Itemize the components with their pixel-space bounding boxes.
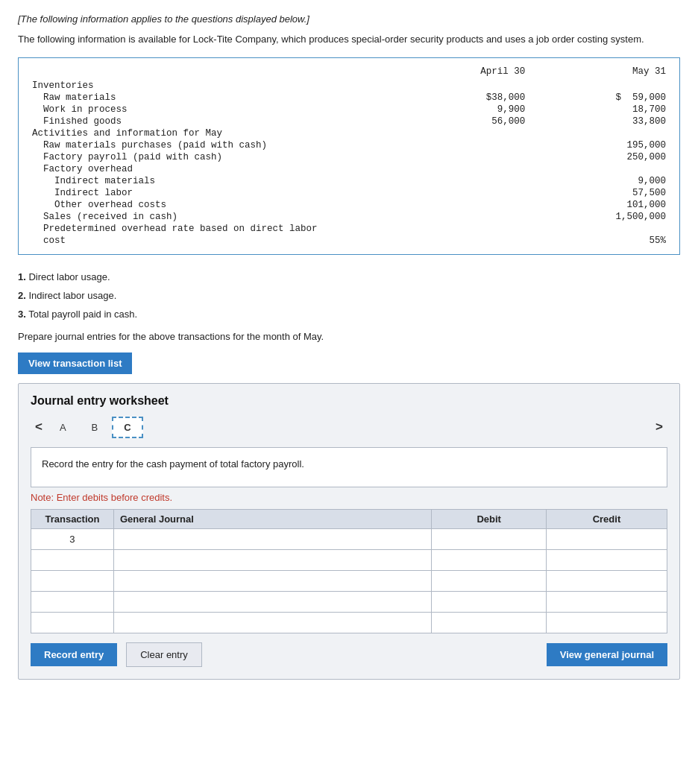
table-row (31, 612, 667, 633)
col-apr-header: April 30 (387, 66, 528, 80)
table-row (31, 591, 667, 612)
col-header-transaction: Transaction (31, 509, 114, 528)
general-journal-field-5[interactable] (114, 613, 432, 633)
debit-field-1[interactable] (432, 529, 546, 549)
table-row: Sales (received in cash) 1,500,000 (29, 211, 669, 223)
table-row: Factory overhead (29, 163, 669, 175)
table-row: cost 55% (29, 235, 669, 247)
clear-entry-button[interactable]: Clear entry (126, 642, 202, 667)
debit-field-5[interactable] (432, 613, 546, 633)
table-row: Predetermined overhead rate based on dir… (29, 223, 669, 235)
table-row: Factory payroll (paid with cash) 250,000 (29, 151, 669, 163)
general-journal-field-3[interactable] (114, 571, 432, 591)
debit-field-2[interactable] (432, 550, 546, 570)
general-journal-input-4[interactable] (113, 591, 432, 612)
credit-input-4[interactable] (546, 591, 667, 612)
credit-field-4[interactable] (547, 592, 667, 612)
general-journal-field-4[interactable] (114, 592, 432, 612)
debit-input-2[interactable] (432, 549, 547, 570)
info-table: April 30 May 31 Inventories Raw material… (29, 66, 669, 247)
tab-next-button[interactable]: > (651, 418, 667, 436)
general-journal-input-2[interactable] (113, 549, 432, 570)
transaction-number-1: 3 (31, 528, 114, 549)
bottom-buttons: Record entry Clear entry View general jo… (31, 642, 667, 667)
credit-input-2[interactable] (546, 549, 667, 570)
table-row: Other overhead costs 101,000 (29, 199, 669, 211)
general-journal-input-1[interactable] (113, 528, 432, 549)
journal-table: Transaction General Journal Debit Credit… (31, 509, 667, 633)
table-row: Inventories (29, 80, 669, 92)
credit-input-1[interactable] (546, 528, 667, 549)
col-header-debit: Debit (432, 509, 547, 528)
general-journal-field-2[interactable] (114, 550, 432, 570)
credit-field-3[interactable] (547, 571, 667, 591)
credit-input-3[interactable] (546, 570, 667, 591)
transaction-number-2 (31, 549, 114, 570)
journal-description: Record the entry for the cash payment of… (31, 447, 667, 487)
table-row: Indirect labor 57,500 (29, 187, 669, 199)
intro-description: The following information is available f… (18, 32, 680, 47)
debit-input-3[interactable] (432, 570, 547, 591)
question-3: 3. Total payroll paid in cash. (18, 306, 680, 323)
table-row: 3 (31, 528, 667, 549)
credit-field-5[interactable] (547, 613, 667, 633)
intro-italic-note: [The following information applies to th… (18, 13, 680, 25)
table-row: Finished goods 56,000 33,800 (29, 116, 669, 127)
general-journal-input-3[interactable] (113, 570, 432, 591)
credit-input-5[interactable] (546, 612, 667, 633)
table-row (31, 549, 667, 570)
debit-input-4[interactable] (432, 591, 547, 612)
tab-a[interactable]: A (48, 417, 78, 437)
journal-entry-worksheet: Journal entry worksheet < A B C > Record… (18, 383, 680, 680)
tab-prev-button[interactable]: < (31, 418, 47, 436)
table-row: Work in process 9,900 18,700 (29, 104, 669, 116)
table-row: Raw materials purchases (paid with cash)… (29, 139, 669, 151)
debit-field-4[interactable] (432, 592, 546, 612)
credit-field-2[interactable] (547, 550, 667, 570)
prepare-text: Prepare journal entries for the above tr… (18, 331, 680, 342)
transaction-number-3 (31, 570, 114, 591)
general-journal-field-1[interactable] (114, 529, 432, 549)
journal-note: Note: Enter debits before credits. (31, 492, 667, 503)
question-2: 2. Indirect labor usage. (18, 287, 680, 304)
record-entry-button[interactable]: Record entry (31, 643, 117, 666)
debit-input-1[interactable] (432, 528, 547, 549)
question-1: 1. Direct labor usage. (18, 268, 680, 285)
col-header-general-journal: General Journal (113, 509, 432, 528)
debit-field-3[interactable] (432, 571, 546, 591)
table-row: Activities and information for May (29, 127, 669, 139)
transaction-number-5 (31, 612, 114, 633)
tabs-row: < A B C > (31, 417, 667, 438)
col-header-credit: Credit (546, 509, 667, 528)
view-general-journal-button[interactable]: View general journal (547, 643, 667, 666)
col-may-header: May 31 (528, 66, 669, 80)
col-label-header (29, 66, 387, 80)
transaction-number-4 (31, 591, 114, 612)
view-transaction-button[interactable]: View transaction list (18, 353, 132, 374)
tab-c[interactable]: C (112, 417, 142, 438)
debit-input-5[interactable] (432, 612, 547, 633)
journal-title: Journal entry worksheet (31, 394, 667, 408)
general-journal-input-5[interactable] (113, 612, 432, 633)
credit-field-1[interactable] (547, 529, 667, 549)
tab-b[interactable]: B (81, 417, 110, 437)
info-table-wrapper: April 30 May 31 Inventories Raw material… (18, 57, 680, 255)
table-row (31, 570, 667, 591)
table-row: Indirect materials 9,000 (29, 175, 669, 187)
table-row: Raw materials $38,000 $ 59,000 (29, 92, 669, 104)
questions-section: 1. Direct labor usage. 2. Indirect labor… (18, 268, 680, 323)
